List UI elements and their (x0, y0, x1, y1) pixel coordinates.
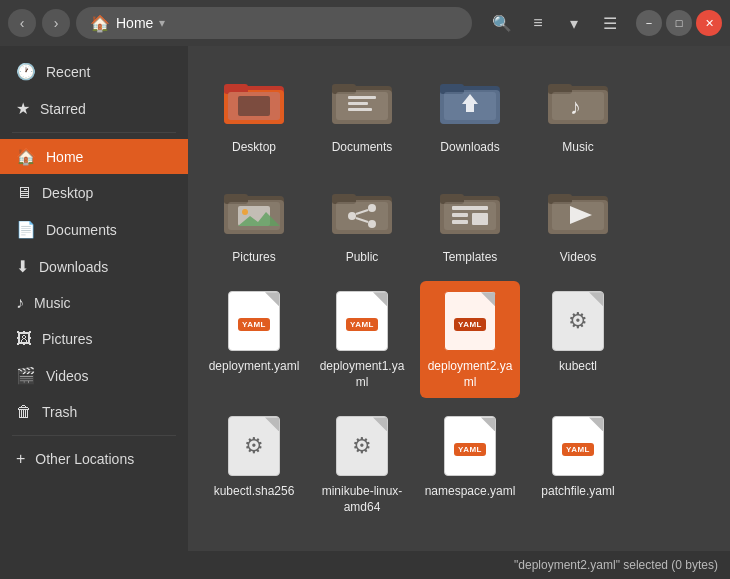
svg-text:♪: ♪ (570, 94, 581, 119)
namespace-yaml-icon: YAML (438, 414, 502, 478)
sidebar-item-music[interactable]: ♪ Music (0, 286, 188, 320)
view-list-button[interactable]: ≡ (522, 7, 554, 39)
file-item-desktop[interactable]: Desktop (204, 62, 304, 164)
pictures-icon: 🖼 (16, 330, 32, 348)
svg-rect-46 (452, 220, 468, 224)
search-button[interactable]: 🔍 (486, 7, 518, 39)
documents-folder-icon (330, 70, 394, 134)
file-item-music[interactable]: ♪ Music (528, 62, 628, 164)
gear-icon: ⚙ (568, 308, 588, 334)
sidebar-item-desktop[interactable]: 🖥 Desktop (0, 176, 188, 210)
sidebar: 🕐 Recent ★ Starred 🏠 Home 🖥 Desktop 📄 Do… (0, 46, 188, 551)
file-item-kubectl[interactable]: ⚙ kubectl (528, 281, 628, 398)
music-icon: ♪ (16, 294, 24, 312)
desktop-folder-label: Desktop (232, 140, 276, 156)
sidebar-divider-1 (12, 132, 176, 133)
home-icon: 🏠 (90, 14, 110, 33)
svg-rect-12 (348, 108, 372, 111)
file-item-minikube[interactable]: ⚙ minikube-linux-amd64 (312, 406, 412, 523)
maximize-button[interactable]: □ (666, 10, 692, 36)
minimize-button[interactable]: − (636, 10, 662, 36)
svg-rect-10 (348, 96, 376, 99)
location-label: Home (116, 15, 153, 31)
kubectl-icon: ⚙ (546, 289, 610, 353)
sidebar-item-downloads-label: Downloads (39, 259, 108, 275)
downloads-folder-icon (438, 70, 502, 134)
main-layout: 🕐 Recent ★ Starred 🏠 Home 🖥 Desktop 📄 Do… (0, 46, 730, 551)
desktop-folder-icon (222, 70, 286, 134)
deployment2-yaml-icon: YAML (438, 289, 502, 353)
svg-rect-44 (452, 213, 468, 217)
forward-button[interactable]: › (42, 9, 70, 37)
sidebar-item-pictures-label: Pictures (42, 331, 93, 347)
kubectl-sha-label: kubectl.sha256 (214, 484, 295, 500)
svg-rect-5 (238, 96, 270, 116)
trash-icon: 🗑 (16, 403, 32, 421)
sidebar-item-trash[interactable]: 🗑 Trash (0, 395, 188, 429)
templates-folder-icon (438, 180, 502, 244)
file-item-deployment1-yaml[interactable]: YAML deployment1.yaml (312, 281, 412, 398)
file-item-namespace-yaml[interactable]: YAML namespace.yaml (420, 406, 520, 523)
titlebar: ‹ › 🏠 Home ▾ 🔍 ≡ ▾ ☰ − □ ✕ (0, 0, 730, 46)
file-item-patchfile-yaml[interactable]: YAML patchfile.yaml (528, 406, 628, 523)
deployment-yaml-icon: YAML (222, 289, 286, 353)
file-item-templates[interactable]: Templates (420, 172, 520, 274)
other-locations-icon: + (16, 450, 25, 468)
file-item-public[interactable]: Public (312, 172, 412, 274)
chevron-down-icon: ▾ (159, 16, 165, 30)
sidebar-item-pictures[interactable]: 🖼 Pictures (0, 322, 188, 356)
sidebar-item-videos[interactable]: 🎬 Videos (0, 358, 188, 393)
svg-point-36 (368, 220, 376, 228)
desktop-icon: 🖥 (16, 184, 32, 202)
status-text: "deployment2.yaml" selected (0 bytes) (514, 558, 718, 572)
sidebar-item-starred[interactable]: ★ Starred (0, 91, 188, 126)
videos-folder-label: Videos (560, 250, 596, 266)
menu-button[interactable]: ☰ (594, 7, 626, 39)
sidebar-item-desktop-label: Desktop (42, 185, 93, 201)
sidebar-item-recent[interactable]: 🕐 Recent (0, 54, 188, 89)
pictures-folder-icon (222, 180, 286, 244)
sidebar-item-starred-label: Starred (40, 101, 86, 117)
back-button[interactable]: ‹ (8, 9, 36, 37)
sidebar-item-other-label: Other Locations (35, 451, 134, 467)
sidebar-item-recent-label: Recent (46, 64, 90, 80)
public-folder-icon (330, 180, 394, 244)
svg-point-28 (242, 209, 248, 215)
location-bar: 🏠 Home ▾ (76, 7, 472, 39)
file-item-pictures[interactable]: Pictures (204, 172, 304, 274)
downloads-folder-label: Downloads (440, 140, 499, 156)
svg-rect-11 (348, 102, 368, 105)
deployment2-yaml-label: deployment2.yaml (424, 359, 516, 390)
videos-folder-icon (546, 180, 610, 244)
sidebar-item-documents[interactable]: 📄 Documents (0, 212, 188, 247)
sidebar-item-home[interactable]: 🏠 Home (0, 139, 188, 174)
svg-rect-43 (452, 206, 488, 210)
minikube-icon: ⚙ (330, 414, 394, 478)
view-options-button[interactable]: ▾ (558, 7, 590, 39)
sidebar-item-documents-label: Documents (46, 222, 117, 238)
pictures-folder-label: Pictures (232, 250, 275, 266)
downloads-icon: ⬇ (16, 257, 29, 276)
file-item-kubectl-sha[interactable]: ⚙ kubectl.sha256 (204, 406, 304, 523)
toolbar-right: 🔍 ≡ ▾ ☰ (486, 7, 626, 39)
file-item-deployment2-yaml[interactable]: YAML deployment2.yaml (420, 281, 520, 398)
file-grid: Desktop Documents (204, 62, 714, 524)
deployment-yaml-label: deployment.yaml (209, 359, 300, 375)
file-item-downloads[interactable]: Downloads (420, 62, 520, 164)
sidebar-item-downloads[interactable]: ⬇ Downloads (0, 249, 188, 284)
kubectl-label: kubectl (559, 359, 597, 375)
file-item-documents[interactable]: Documents (312, 62, 412, 164)
documents-icon: 📄 (16, 220, 36, 239)
window-controls: − □ ✕ (636, 10, 722, 36)
statusbar: "deployment2.yaml" selected (0 bytes) (0, 551, 730, 579)
home-nav-icon: 🏠 (16, 147, 36, 166)
minikube-label: minikube-linux-amd64 (316, 484, 408, 515)
sidebar-divider-2 (12, 435, 176, 436)
close-button[interactable]: ✕ (696, 10, 722, 36)
sidebar-item-other[interactable]: + Other Locations (0, 442, 188, 476)
music-folder-icon: ♪ (546, 70, 610, 134)
svg-rect-45 (472, 213, 488, 225)
file-item-deployment-yaml[interactable]: YAML deployment.yaml (204, 281, 304, 398)
file-item-videos[interactable]: Videos (528, 172, 628, 274)
svg-point-35 (368, 204, 376, 212)
